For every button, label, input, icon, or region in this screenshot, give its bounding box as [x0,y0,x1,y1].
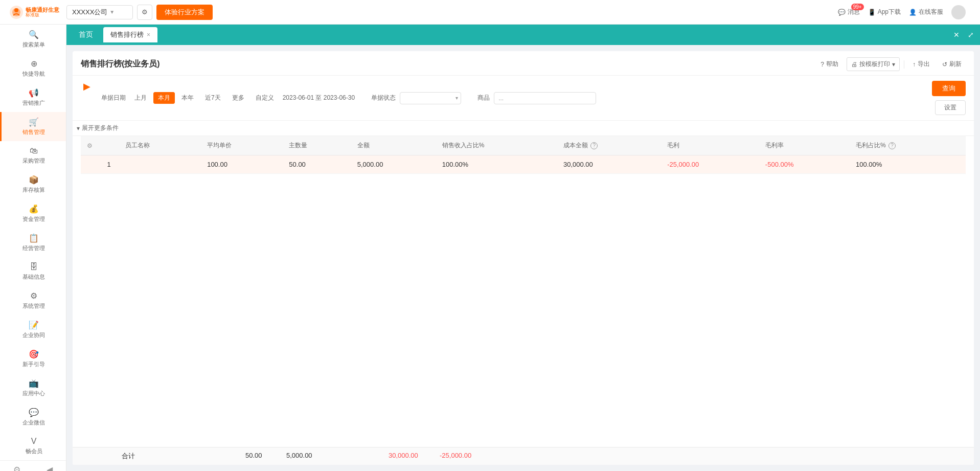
tab-sales-ranking[interactable]: 销售排行榜 × [103,27,157,42]
help-button[interactable]: ? 帮助 [816,58,842,71]
row-settings [81,155,99,174]
table-header-row: ⚙ 员工名称 平均单价 主数量 全额 销售收入占比% 成本全额 [81,136,966,155]
logo-title: 畅康通好生意 [26,7,59,13]
export-button[interactable]: ↑ 导出 [908,58,934,71]
settings-icon[interactable]: ⚙ [137,5,152,20]
page-title: 销售排行榜(按业务员) [81,59,160,70]
sidebar-label-member: 畅会员 [26,447,42,455]
query-button[interactable]: 查询 [932,81,966,96]
top-right: 💬 消息 99+ 📱 App下载 👤 在线客服 [838,5,974,19]
last7days-btn[interactable]: 近7天 [200,92,225,104]
trial-button[interactable]: 体验行业方案 [156,5,213,20]
sidebar-label-appstore: 应用中心 [22,390,45,397]
sidebar-collapse-icon[interactable]: ◀ [47,465,53,471]
online-service-item[interactable]: 👤 在线客服 [909,8,943,16]
window-expand-btn[interactable]: ⤢ [966,29,976,41]
col-cost-header: 成本全额 ? [557,136,661,155]
sidebar-item-inventory[interactable]: 📦 库存核算 [0,170,66,199]
date-options: 上月 本月 本年 近7天 更多 自定义 [130,92,279,104]
print-icon: 🖨 [851,61,857,68]
sidebar-settings-icon[interactable]: ⚙ [13,465,20,471]
sales-icon: 🛒 [29,117,39,127]
expand-icon: ▾ [77,125,80,132]
settings-button[interactable]: 设置 [935,100,966,115]
content-body: 销售排行榜(按业务员) ? 帮助 🖨 按模板打印 ▾ [66,45,980,471]
company-name: XXXXX公司 [72,8,107,17]
cost-help-icon[interactable]: ? [590,142,598,149]
content-area: 首页 销售排行榜 × ✕ ⤢ 销售排行榜(按业务员) [66,25,980,471]
status-filter-label: 单据状态 [371,94,396,102]
filter-expand-row: ▾ 展开更多条件 [73,121,974,136]
row-amount: 5,000.00 [351,155,436,174]
print-chevron-icon: ▾ [892,61,895,68]
sidebar-item-guide[interactable]: 🎯 新手引导 [0,344,66,373]
current-year-btn[interactable]: 本年 [177,92,198,104]
table-footer: 合计 50.00 5,000.00 30,000.00 -25,000.00 [73,447,974,465]
sidebar-item-finance[interactable]: 💰 资金管理 [0,199,66,228]
page-header: 销售排行榜(按业务员) ? 帮助 🖨 按模板打印 ▾ [73,51,974,76]
row-qty: 50.00 [283,155,351,174]
tab-label: 销售排行榜 [110,30,144,39]
app-download-item[interactable]: 📱 App下载 [868,8,901,16]
message-badge: 99+ [851,4,864,10]
sidebar-item-sales[interactable]: 🛒 销售管理 [0,112,66,141]
sidebar-item-system[interactable]: ⚙ 系统管理 [0,286,66,315]
window-close-btn[interactable]: ✕ [951,29,962,41]
sidebar-item-basic[interactable]: 🗄 基础信息 [0,257,66,286]
member-icon: V [31,437,37,446]
expand-conditions-btn[interactable]: ▾ 展开更多条件 [73,123,974,133]
sidebar-item-appstore[interactable]: 📺 应用中心 [0,373,66,402]
logo-icon [9,5,24,19]
chevron-down-icon: ▼ [109,9,115,15]
sidebar-label-basic: 基础信息 [22,273,45,281]
custom-btn[interactable]: 自定义 [251,92,279,104]
basic-icon: 🗄 [30,262,38,272]
sidebar-item-shortcut[interactable]: ⊕ 快捷导航 [0,54,66,83]
col-rank-header [99,136,119,155]
avatar[interactable] [951,5,966,19]
sidebar-item-collab[interactable]: 📝 企业协同 [0,315,66,344]
divider [904,60,904,69]
sidebar-label-guide: 新手引导 [22,361,45,368]
sidebar-item-member[interactable]: V 畅会员 [0,432,66,460]
sidebar-item-marketing[interactable]: 📢 营销推广 [0,83,66,112]
sidebar-label-inventory: 库存核算 [22,186,45,194]
sidebar-item-purchase[interactable]: 🛍 采购管理 [0,141,66,170]
gross-pct-help-icon[interactable]: ? [888,142,896,149]
help-icon: ? [821,61,824,68]
row-avg-price: 100.00 [201,155,283,174]
status-select[interactable] [400,92,461,104]
footer-qty: 50.00 [239,452,280,461]
sidebar-item-operation[interactable]: 📋 经营管理 [0,228,66,257]
sidebar-item-search[interactable]: 🔍 搜索菜单 [0,25,66,54]
sidebar-item-wechat[interactable]: 💬 企业微信 [0,402,66,432]
more-btn[interactable]: 更多 [227,92,249,104]
app-download-label: App下载 [878,8,901,16]
row-gross-pct: 100.00% [850,155,966,174]
footer-cost: 30,000.00 [382,452,434,461]
tab-close-icon[interactable]: × [147,31,150,38]
footer-gross: -25,000.00 [434,452,485,461]
system-icon: ⚙ [30,291,37,301]
collab-icon: 📝 [29,320,39,330]
current-month-btn[interactable]: 本月 [153,92,175,104]
table-area: ⚙ 员工名称 平均单价 主数量 全额 销售收入占比% 成本全额 [73,136,974,447]
company-selector[interactable]: XXXXX公司 ▼ [66,5,133,19]
print-button[interactable]: 🖨 按模板打印 ▾ [847,57,900,71]
message-icon: 💬 [838,9,846,16]
sidebar-label-purchase: 采购管理 [22,157,45,165]
refresh-button[interactable]: ↺ 刷新 [938,58,966,71]
goods-filter[interactable]: ... [494,92,596,104]
date-range-display: 2023-06-01 至 2023-06-30 [283,94,355,102]
col-settings[interactable]: ⚙ [81,136,99,155]
col-sales-pct-header: 销售收入占比% [436,136,557,155]
tab-bar: 首页 销售排行榜 × ✕ ⤢ [66,25,980,45]
tab-home[interactable]: 首页 [71,26,101,43]
data-table: ⚙ 员工名称 平均单价 主数量 全额 销售收入占比% 成本全额 [81,136,966,174]
refresh-icon: ↺ [942,61,947,68]
filter-toggle-icon[interactable]: ▶ [81,81,93,92]
appstore-icon: 📺 [29,378,39,388]
last-month-btn[interactable]: 上月 [130,92,151,104]
message-item[interactable]: 💬 消息 99+ [838,8,860,16]
sidebar-label-finance: 资金管理 [22,215,45,223]
